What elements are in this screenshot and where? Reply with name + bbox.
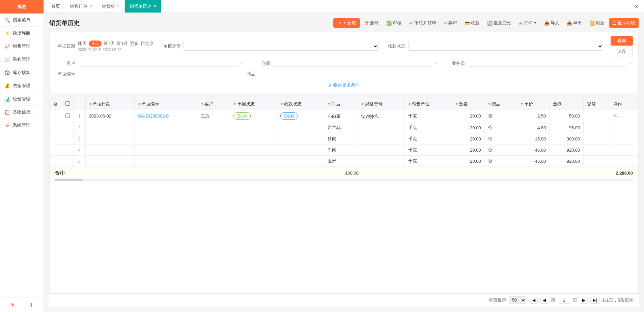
customer-dots-icon[interactable]: ··· xyxy=(240,61,243,65)
td-doc-number[interactable]: SA-20230602-0 xyxy=(134,110,197,122)
new-button[interactable]: ＋ + 新增 xyxy=(333,18,360,28)
show-detail-button[interactable]: ☰ 显示明细 xyxy=(609,18,639,28)
td-row-num: 2 xyxy=(73,122,85,133)
footer-values: 100.00 2,286.00 xyxy=(75,171,633,176)
edit-icon[interactable]: ✎ xyxy=(613,113,617,119)
th-settings[interactable]: ⚙ xyxy=(50,98,62,110)
th-check[interactable] xyxy=(62,98,73,110)
th-unit-price[interactable]: ⬆单价 xyxy=(517,98,549,110)
toolbar: ＋ + 新增 🗑 删除 ✅ 审核 🖨 审核并打印 ↩ 弃审 xyxy=(333,18,639,28)
td-doc-number[interactable] xyxy=(134,122,197,133)
table-footer: 合计: 100.00 2,286.00 xyxy=(50,167,638,179)
next-page-button[interactable]: ▶ xyxy=(580,297,588,304)
date-tab-yesterday[interactable]: 昨天 xyxy=(78,41,87,47)
sidebar-item-quick-nav[interactable]: ⚡ 快捷导航 xyxy=(0,27,44,40)
th-goods[interactable]: ⬆商品 xyxy=(324,98,358,110)
row-checkbox[interactable] xyxy=(65,113,70,118)
sidebar-pause-icon[interactable]: ⏸ xyxy=(28,302,34,309)
td-transaction xyxy=(584,156,610,167)
sidebar-item-sales-mgmt[interactable]: 📈 销售管理 xyxy=(0,40,44,53)
filter-row-3: 单据编号 商品 ··· xyxy=(55,70,633,77)
th-doc-status[interactable]: ⬆单据状态 xyxy=(230,98,277,110)
td-doc-number[interactable] xyxy=(134,133,197,145)
warehouse-dots-icon[interactable]: ··· xyxy=(435,61,438,65)
collect-button[interactable]: 💳 收款 xyxy=(462,19,482,27)
date-tab-7days[interactable]: 近7天 xyxy=(104,41,115,47)
tab-close-icon[interactable]: ✕ xyxy=(153,4,156,8)
th-spec[interactable]: ⬆规格型号 xyxy=(358,98,405,110)
tab-close-icon[interactable]: ✕ xyxy=(89,4,92,8)
batch-change-button[interactable]: 🔄 批量变更 xyxy=(484,19,514,27)
more-icon[interactable]: ⋯ xyxy=(619,113,623,119)
refresh-button[interactable]: 🔁 刷新 xyxy=(587,19,607,27)
table-scroll-thumb[interactable] xyxy=(55,179,82,181)
tab-sales-goods-label: 销货单 xyxy=(102,3,115,9)
tab-home[interactable]: 首页 xyxy=(47,0,65,12)
home-icon: 🏠 xyxy=(4,70,10,75)
query-button[interactable]: 查询 xyxy=(611,36,633,46)
sidebar-sun-icon[interactable]: ☀ xyxy=(10,301,15,309)
sidebar-item-basic-info[interactable]: 📋 基础信息 xyxy=(0,106,44,119)
doc-number-input[interactable] xyxy=(78,70,228,77)
discard-button[interactable]: ↩ 弃审 xyxy=(441,19,460,27)
sidebar-item-label: 系统管理 xyxy=(13,122,30,128)
td-check[interactable] xyxy=(62,133,73,145)
window-close-button[interactable]: ✕ xyxy=(632,2,641,10)
tab-close-icon[interactable]: ✕ xyxy=(117,4,120,8)
td-check[interactable] xyxy=(62,145,73,156)
settings-button[interactable]: 设置 xyxy=(610,47,633,56)
date-tab-today[interactable]: 今天 xyxy=(89,41,102,47)
th-customer[interactable]: ⬆客户 xyxy=(197,98,230,110)
th-unit[interactable]: ⬆销售单位 xyxy=(405,98,452,110)
table-scrollbar[interactable] xyxy=(55,179,633,181)
sidebar-item-stock-calc[interactable]: 🏠 库存核算 xyxy=(0,66,44,79)
doc-number-link[interactable]: SA-20230602-0 xyxy=(138,113,169,119)
print-button[interactable]: 🖨 打印 ▼ xyxy=(516,19,539,27)
data-table-container: ⚙ ⬆单据日期 ⬆单据编号 ⬆客户 ⬆单据状态 ⬆收款状态 ⬆商品 ⬆规格型号 … xyxy=(49,98,639,293)
td-payment-status: 已收款 xyxy=(277,110,324,122)
last-page-button[interactable]: ▶| xyxy=(590,297,599,304)
page-number-input[interactable] xyxy=(558,297,570,304)
dropdown-arrow-icon: ▼ xyxy=(534,21,537,25)
customer-filter-input[interactable] xyxy=(78,60,237,67)
goods-filter-input[interactable] xyxy=(258,70,403,77)
audit-button[interactable]: ✅ 审核 xyxy=(384,19,404,27)
tab-sales-history[interactable]: 销货单历史 ✕ xyxy=(125,0,161,12)
delete-button[interactable]: 🗑 删除 xyxy=(362,19,382,27)
th-payment-status[interactable]: ⬆收款状态 xyxy=(277,98,324,110)
sidebar-item-fund-mgmt[interactable]: 💰 资金管理 xyxy=(0,79,44,93)
warehouse-filter-input[interactable] xyxy=(273,60,432,67)
sales-rep-input[interactable] xyxy=(468,60,627,67)
audit-print-button[interactable]: 🖨 审核并打印 xyxy=(406,19,439,27)
sales-rep-dots-icon[interactable]: ··· xyxy=(630,61,633,65)
prev-page-button[interactable]: ◀ xyxy=(540,297,548,304)
td-check[interactable] xyxy=(62,110,73,122)
th-qty[interactable]: ⬆数量 xyxy=(452,98,484,110)
td-doc-number[interactable] xyxy=(134,156,197,167)
goods-dots-icon[interactable]: ··· xyxy=(405,72,408,76)
tab-sales-order[interactable]: 销售订单 ✕ xyxy=(65,0,97,12)
td-unit: 千克 xyxy=(405,156,452,167)
select-all-checkbox[interactable] xyxy=(65,101,70,106)
sidebar-item-sys-mgmt[interactable]: ⚙ 系统管理 xyxy=(0,119,44,132)
th-doc-number[interactable]: ⬆单据编号 xyxy=(134,98,197,110)
td-check[interactable] xyxy=(62,122,73,133)
sidebar-item-purchase-mgmt[interactable]: 🛒 采购管理 xyxy=(0,53,44,66)
page-size-select[interactable]: 20 50 100 200 xyxy=(509,296,526,304)
th-doc-date[interactable]: ⬆单据日期 xyxy=(85,98,134,110)
tab-sales-goods[interactable]: 销货单 ✕ xyxy=(97,0,125,12)
td-check[interactable] xyxy=(62,156,73,167)
first-page-button[interactable]: |◀ xyxy=(529,297,538,304)
export-button[interactable]: 📤 导出 xyxy=(564,19,585,27)
date-tab-custom[interactable]: 自定义 xyxy=(141,41,154,47)
date-tab-1month[interactable]: 近1月 xyxy=(117,41,128,47)
sidebar-item-ops-mgmt[interactable]: 📊 经营管理 xyxy=(0,93,44,106)
payment-status-select[interactable] xyxy=(408,42,603,51)
doc-type-select[interactable] xyxy=(184,42,379,51)
sidebar-item-search-menu[interactable]: 🔍 搜索菜单 xyxy=(0,14,44,27)
collapse-button[interactable]: ∧ 收起更多条件 xyxy=(55,81,633,89)
date-tab-more[interactable]: 更多 xyxy=(130,41,139,47)
th-gift[interactable]: ⬆赠品 xyxy=(484,98,517,110)
import-button[interactable]: 📥 导入 xyxy=(541,19,562,27)
td-doc-number[interactable] xyxy=(134,145,197,156)
